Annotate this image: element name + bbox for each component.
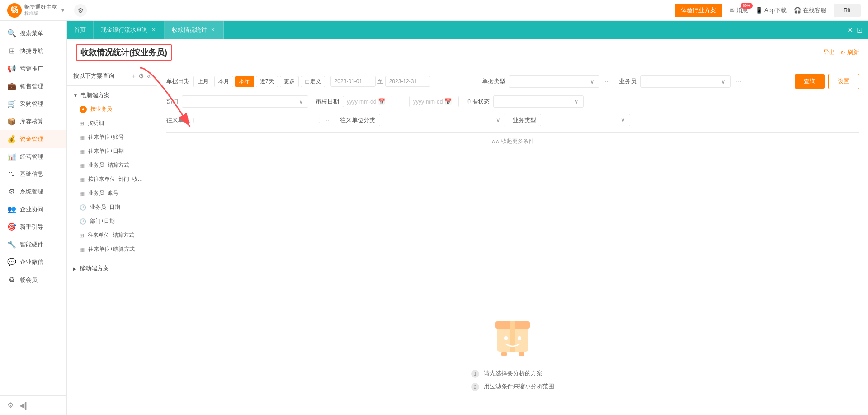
sidebar-item-quick-nav[interactable]: ⊞ 快捷导航 — [0, 42, 66, 60]
logo-dropdown[interactable]: ▾ — [61, 7, 64, 14]
scheme-item-unit-method2[interactable]: ▦ 往来单位+结算方式 — [67, 242, 157, 256]
date-btn-this-year[interactable]: 本年 — [235, 76, 254, 87]
refresh-label: 刷新 — [847, 48, 859, 57]
settings-button[interactable]: 设置 — [828, 74, 859, 89]
sidebar-item-member[interactable]: ♻ 畅会员 — [0, 271, 66, 288]
salesperson-more-button[interactable]: ··· — [734, 78, 743, 85]
partner-more-button[interactable]: ··· — [324, 117, 333, 124]
doctype-select[interactable]: ∨ — [509, 75, 599, 88]
trial-solution-button[interactable]: 体验行业方案 — [675, 4, 722, 17]
date-btn-this-month[interactable]: 本月 — [214, 76, 233, 87]
scheme-item-salesperson-account[interactable]: ▦ 业务员+账号 — [67, 186, 157, 200]
sidebar-item-sales[interactable]: 💼 销售管理 — [0, 77, 66, 95]
tab-close-all-button[interactable]: ✕ — [847, 26, 853, 34]
sidebar-item-basic-info[interactable]: 🗂 基础信息 — [0, 165, 66, 183]
svg-rect-6 — [519, 352, 524, 356]
filter-item-docstatus: 单据状态 ∨ — [466, 95, 584, 108]
section-desktop-label: 电脑端方案 — [80, 91, 110, 99]
calendar-to-icon: 📅 — [444, 98, 452, 105]
sidebar-item-marketing[interactable]: 📢 营销推广 — [0, 60, 66, 77]
tab-home[interactable]: 首页 — [67, 21, 94, 39]
sidebar-settings-button[interactable]: ⚙ — [7, 401, 14, 410]
sidebar-label-marketing: 营销推广 — [20, 65, 43, 73]
partner-category-select[interactable]: ∨ — [379, 114, 505, 126]
dept-select[interactable]: ∨ — [182, 95, 308, 108]
sidebar-item-system[interactable]: ⚙ 系统管理 — [0, 183, 66, 200]
audit-date-from[interactable]: yyyy-mm-dd 📅 — [343, 96, 392, 107]
sidebar-item-wechat[interactable]: 💬 企业微信 — [0, 253, 66, 271]
svg-point-4 — [518, 336, 521, 340]
svg-rect-5 — [501, 352, 507, 356]
user-avatar[interactable]: Rit — [834, 4, 861, 17]
date-from-input[interactable] — [330, 76, 376, 87]
scheme-item-dept-date[interactable]: 🕐 部门+日期 — [67, 214, 157, 228]
audit-date-to[interactable]: yyyy-mm-dd 📅 — [409, 96, 459, 107]
sidebar-item-finance[interactable]: 💰 资金管理 — [0, 130, 66, 148]
sidebar-item-operation[interactable]: 📊 经营管理 — [0, 148, 66, 165]
empty-step-2: 2 用过滤条件来缩小分析范围 — [471, 382, 554, 391]
scheme-item-unit-method1[interactable]: ⊞ 往来单位+结算方式 — [67, 228, 157, 242]
scheme-item-salesperson-date[interactable]: 🕐 业务员+日期 — [67, 200, 157, 214]
biz-type-chevron: ∨ — [621, 117, 625, 123]
settings-gear-button[interactable]: ⚙ — [74, 4, 87, 17]
online-service-button[interactable]: 🎧 在线客服 — [794, 6, 826, 14]
scheme-item-unit-dept-col[interactable]: ▦ 按往来单位+部门+收... — [67, 172, 157, 186]
sidebar-collapse-button[interactable]: ◀‖ — [19, 401, 28, 410]
tab-receipt-stats-close[interactable]: ✕ — [210, 26, 216, 34]
beginner-icon: 🎯 — [7, 222, 16, 231]
filter-area: 单据日期 上月 本月 本年 近7天 更多 自定义 — [157, 66, 868, 277]
date-label: 单据日期 — [166, 77, 190, 85]
scheme-settings-button[interactable]: ⚙ — [138, 72, 144, 80]
date-btn-custom[interactable]: 自定义 — [301, 76, 325, 87]
header-nav: ⚙ — [74, 4, 675, 17]
step-2-text: 用过滤条件来缩小分析范围 — [484, 382, 554, 391]
doctype-more-button[interactable]: ··· — [603, 78, 612, 85]
filter-item-dept: 部门 ∨ — [166, 95, 308, 108]
date-btn-more[interactable]: 更多 — [280, 76, 299, 87]
tab-cash-flow-label: 现金银行流水查询 — [101, 26, 148, 34]
partner-select[interactable] — [193, 118, 320, 123]
scheme-item-by-salesperson[interactable]: ● 按业务员 — [67, 102, 157, 116]
query-button[interactable]: 查询 — [795, 74, 825, 89]
app-download-button[interactable]: 📱 App下载 — [755, 6, 787, 14]
sidebar-item-smart-hw[interactable]: 🔧 智能硬件 — [0, 236, 66, 253]
tab-cash-flow[interactable]: 现金银行流水查询 ✕ — [94, 21, 165, 39]
filter-item-date: 单据日期 上月 本月 本年 近7天 更多 自定义 — [166, 76, 430, 87]
collapse-icon: ∧∧ — [491, 138, 500, 145]
sidebar-item-purchase[interactable]: 🛒 采购管理 — [0, 95, 66, 113]
sidebar-item-search[interactable]: 🔍 搜索菜单 — [0, 24, 66, 42]
scheme-item-detail-label: 按明细 — [88, 119, 104, 127]
refresh-button[interactable]: ↻ 刷新 — [840, 48, 859, 57]
unit-dept-icon: ▦ — [80, 176, 85, 183]
finance-icon: 💰 — [7, 135, 16, 143]
sidebar-item-inventory[interactable]: 📦 库存核算 — [0, 113, 66, 130]
scheme-section-desktop-header[interactable]: ▼ 电脑端方案 — [67, 89, 157, 102]
scheme-section-mobile-header[interactable]: ▶ 移动端方案 — [67, 262, 157, 275]
app-name: 畅捷通好生意 — [24, 4, 57, 10]
tab-receipt-stats-label: 收款情况统计 — [172, 26, 207, 34]
sidebar-label-operation: 经营管理 — [20, 153, 43, 161]
filter-buttons: 查询 设置 — [795, 74, 859, 89]
scheme-item-unit-date[interactable]: ▦ 往来单位+日期 — [67, 144, 157, 158]
scheme-section-mobile: ▶ 移动端方案 — [67, 259, 157, 278]
tab-cash-flow-close[interactable]: ✕ — [151, 26, 157, 34]
scheme-item-salesperson-method[interactable]: ▦ 业务员+结算方式 — [67, 158, 157, 172]
scheme-collapse-button[interactable]: « — [147, 72, 151, 80]
date-btn-last-month[interactable]: 上月 — [193, 76, 212, 87]
salesperson-select[interactable]: ∨ — [640, 75, 731, 88]
scheme-add-button[interactable]: + — [132, 72, 136, 80]
docstatus-select[interactable]: ∨ — [493, 95, 584, 108]
tab-receipt-stats[interactable]: 收款情况统计 ✕ — [165, 21, 224, 39]
scheme-item-by-detail[interactable]: ⊞ 按明细 — [67, 116, 157, 130]
scheme-item-unit-account[interactable]: ▦ 往来单位+账号 — [67, 130, 157, 144]
sidebar-item-enterprise[interactable]: 👥 企业协同 — [0, 200, 66, 218]
messages-button[interactable]: ✉ 消息 99+ — [730, 6, 748, 14]
export-button[interactable]: ↑ 导出 — [819, 48, 835, 57]
date-btn-7days[interactable]: 近7天 — [256, 76, 278, 87]
filter-item-salesperson: 业务员 ∨ ··· — [619, 75, 743, 88]
biz-type-select[interactable]: ∨ — [540, 114, 630, 126]
sidebar-item-beginner[interactable]: 🎯 新手引导 — [0, 218, 66, 236]
collapse-bar[interactable]: ∧∧ 收起更多条件 — [166, 132, 859, 150]
date-to-input[interactable] — [385, 76, 430, 87]
tab-maximize-button[interactable]: ⊡ — [857, 26, 863, 34]
